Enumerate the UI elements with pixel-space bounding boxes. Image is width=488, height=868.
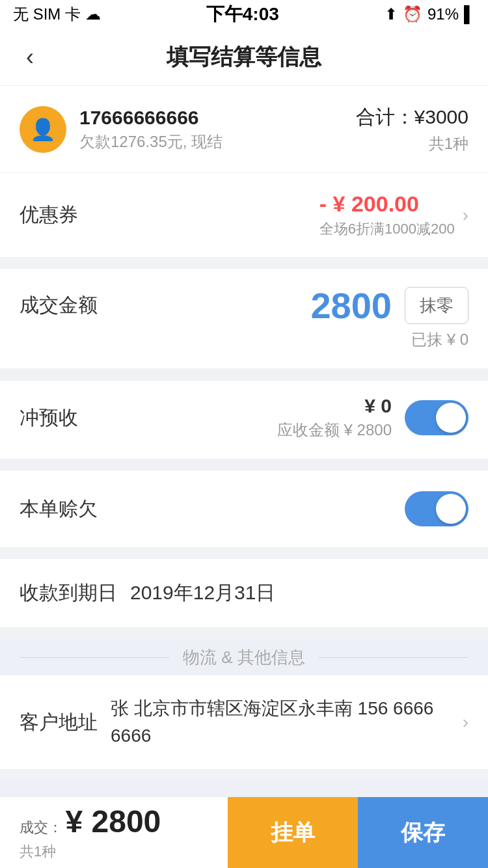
deal-amount-section: 成交金额 2800 抹零 已抹 ¥ 0 (0, 269, 488, 368)
battery-icon: ▌ (464, 5, 475, 23)
content-area: 👤 17666666666 欠款1276.35元, 现结 合计：¥3000 共1… (0, 86, 488, 868)
bottom-amount-value: ¥ 2800 (65, 804, 161, 839)
duedate-label: 收款到期日 (20, 580, 117, 606)
debt-label: 本单赊欠 (20, 496, 98, 522)
prepay-amount: ¥ 0 (277, 395, 392, 417)
address-value: 张 北京市市辖区海淀区永丰南 156 6666 6666 (111, 695, 463, 750)
user-right: 合计：¥3000 共1种 (356, 104, 468, 154)
bottom-bar: 成交： ¥ 2800 共1种 挂单 保存 (0, 796, 488, 868)
prepay-sub-text: 应收金额 ¥ 2800 (277, 420, 392, 441)
deal-sub-text: 已抹 ¥ 0 (20, 329, 468, 350)
battery-label: 91% (427, 5, 459, 23)
debt-toggle[interactable] (405, 491, 468, 526)
address-chevron-icon: › (463, 712, 468, 733)
prepay-amount-block: ¥ 0 应收金额 ¥ 2800 (277, 395, 392, 441)
prepay-section: 冲预收 ¥ 0 应收金额 ¥ 2800 (0, 380, 488, 459)
deal-right: 2800 抹零 (310, 287, 468, 324)
coupon-chevron-icon: › (463, 205, 468, 226)
deal-amount-label: 成交金额 (20, 292, 98, 319)
deal-row: 成交金额 2800 抹零 (20, 287, 468, 324)
bottom-deal-line: 成交： ¥ 2800 (20, 804, 208, 839)
user-total-sub: 共1种 (356, 133, 468, 154)
address-row[interactable]: 客户地址 张 北京市市辖区海淀区永丰南 156 6666 6666 › (0, 675, 488, 769)
logistics-divider: 物流 & 其他信息 (0, 639, 488, 675)
prepay-row: 冲预收 ¥ 0 应收金额 ¥ 2800 (0, 380, 488, 459)
user-row: 👤 17666666666 欠款1276.35元, 现结 合计：¥3000 共1… (0, 86, 488, 172)
deal-amount-value: 2800 (310, 288, 392, 324)
hold-order-button[interactable]: 挂单 (228, 797, 358, 869)
user-total-label: 合计：¥3000 (356, 104, 468, 131)
location-icon: ⬆ (385, 5, 398, 23)
avatar-icon: 👤 (30, 117, 56, 142)
coupon-amount: - ¥ 200.00 (319, 191, 455, 217)
bottom-count: 共1种 (20, 842, 208, 861)
bottom-summary: 成交： ¥ 2800 共1种 (0, 804, 228, 861)
nav-bar: ‹ 填写结算等信息 (0, 29, 488, 86)
prepay-toggle[interactable] (405, 400, 468, 435)
user-info-section: 👤 17666666666 欠款1276.35元, 现结 合计：¥3000 共1… (0, 86, 488, 257)
avatar: 👤 (20, 106, 66, 153)
status-right: ⬆ ⏰ 91% ▌ (385, 5, 475, 23)
save-button[interactable]: 保存 (358, 797, 488, 869)
status-bar: 无 SIM 卡 ☁ 下午4:03 ⬆ ⏰ 91% ▌ (0, 0, 488, 29)
sim-label: 无 SIM 卡 ☁ (13, 4, 101, 25)
bottom-deal-label: 成交： (20, 819, 62, 835)
address-label: 客户地址 (20, 709, 98, 736)
user-left: 👤 17666666666 欠款1276.35元, 现结 (20, 106, 223, 153)
alarm-icon: ⏰ (403, 5, 422, 23)
coupon-desc: 全场6折满1000减200 (319, 219, 455, 239)
coupon-label: 优惠券 (20, 202, 78, 228)
round-zero-button[interactable]: 抹零 (405, 287, 468, 324)
user-info-text: 17666666666 欠款1276.35元, 现结 (79, 107, 223, 152)
user-phone: 17666666666 (79, 107, 223, 129)
back-button[interactable]: ‹ (20, 37, 40, 77)
user-sub-text: 欠款1276.35元, 现结 (79, 131, 223, 152)
coupon-right: - ¥ 200.00 全场6折满1000减200 › (319, 191, 468, 239)
status-time: 下午4:03 (206, 2, 279, 27)
debt-row: 本单赊欠 (0, 470, 488, 547)
coupon-row[interactable]: 优惠券 - ¥ 200.00 全场6折满1000减200 › (0, 172, 488, 257)
status-left: 无 SIM 卡 ☁ (13, 4, 101, 25)
prepay-label: 冲预收 (20, 405, 78, 431)
duedate-value: 2019年12月31日 (130, 580, 275, 606)
duedate-row: 收款到期日 2019年12月31日 (0, 559, 488, 627)
prepay-right: ¥ 0 应收金额 ¥ 2800 (277, 395, 468, 441)
divider-text: 物流 & 其他信息 (170, 646, 318, 669)
page-title: 填写结算等信息 (167, 42, 321, 72)
